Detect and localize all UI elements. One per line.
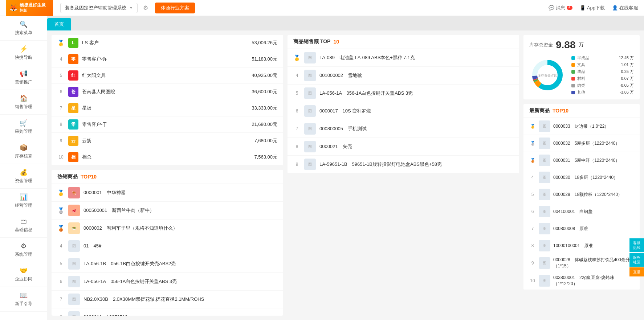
prod-name-6: 0000021 夹壳 (319, 143, 513, 150)
hot-products-header: 热销商品 TOP10 (52, 170, 283, 184)
sidebar-item-search[interactable]: 🔍 搜索菜单 (0, 16, 47, 41)
sidebar-label-cooperation: 企业协同 (15, 276, 32, 282)
col-mid: 商品销售额 TOP 10 🥇 图 LA-089 电池盖 LA-089 ABS本色… (288, 35, 519, 316)
customer-name-2: 零售客户-许 (82, 56, 248, 62)
col-right: 库存总资金 9.88 万 (523, 35, 640, 316)
app-download-button[interactable]: 📱 App下载 (580, 5, 605, 11)
sidebar-item-finance[interactable]: 💰 资金管理 (0, 164, 47, 189)
svg-text:库存资金占比: 库存资金占比 (538, 74, 557, 77)
sidebar-item-inventory[interactable]: 📦 库存核算 (0, 139, 47, 164)
sidebar-item-basic-info[interactable]: 🗃 基础信息 (0, 213, 47, 238)
customer-rank-item-2: 4 零 零售客户-许 51,183.00元 (52, 51, 283, 67)
purchase-icon: 🛒 (20, 119, 28, 127)
cs-hotline-button[interactable]: 客服热线 (629, 238, 644, 252)
prod-num-2: 4 (293, 73, 301, 78)
new-rank-10: 10 (529, 278, 536, 283)
medal-1: 🥇 (57, 40, 65, 46)
cs-live-button[interactable]: 直播 (629, 267, 644, 276)
sales-icon: 🏠 (20, 94, 28, 102)
legend-val-4: 0.07 万 (621, 76, 634, 81)
legend-val-5: -0.05 万 (620, 83, 634, 88)
legend-dot-3 (571, 70, 575, 74)
new-prod-8: 8 图 10000100001 原准 (523, 237, 640, 254)
prod-img-5: 图 (304, 123, 316, 135)
legend-item-3: 成品 0.25 万 (571, 69, 634, 74)
sidebar-item-system[interactable]: ⚙ 系统管理 (0, 238, 47, 262)
tab-home[interactable]: 首页 (47, 18, 71, 30)
quicknav-icon: ⚡ (20, 45, 28, 53)
sidebar-item-quicknav[interactable]: ⚡ 快捷导航 (0, 41, 47, 65)
legend-val-3: 0.25 万 (621, 69, 634, 74)
legend-item-2: 文具 1.01 万 (571, 62, 634, 67)
hot-product-1: 🥇 🍖 0000001 中华神器 (52, 184, 283, 202)
hot-product-img-5: 图 (68, 258, 80, 270)
sidebar-label-search: 搜索菜单 (15, 30, 32, 36)
new-prod-img-8: 图 (539, 240, 550, 251)
legend-label-4: 材料 (577, 76, 619, 81)
system-selector[interactable]: 装备及固定资产辅助管理系统 ▼ (60, 3, 138, 13)
phone-icon: 📱 (580, 5, 586, 11)
new-prod-img-3: 图 (539, 155, 550, 166)
hot-medal-3: 🥉 (57, 225, 65, 232)
new-prod-name-2: 0000032 5厘多层（1220*2440） (553, 140, 634, 147)
new-products-title: 最新商品 (529, 107, 550, 114)
logo-main: 畅捷通好生意 (20, 3, 46, 8)
operations-icon: 📊 (20, 193, 28, 201)
new-prod-name-6: 004100001 白钢垫 (553, 209, 634, 215)
customer-rank-item-6: 8 零 零售客户-于 21,680.00元 (52, 116, 283, 133)
customer-rank-item-5: 7 星 星扬 33,333.00元 (52, 100, 283, 116)
rank-num-4: 6 (57, 89, 65, 94)
new-prod-name-5: 0000029 18颗粒板（1220*2440） (553, 192, 634, 198)
prod-rank-1: 🥇 图 LA-089 电池盖 LA-089 ABS本色+黑种 7.1克 (288, 49, 519, 67)
new-rank-2: 🥈 (529, 141, 536, 146)
new-products-header: 最新商品 TOP10 (523, 104, 640, 118)
trial-button[interactable]: 体验行业方案 (155, 3, 195, 13)
sidebar-item-cooperation[interactable]: 🤝 企业协同 (0, 262, 47, 287)
customer-avatar-8: 档 (68, 152, 78, 162)
hot-product-name-4: 01 45# (83, 243, 277, 249)
customer-name-4: 苍南县人民医院 (82, 89, 248, 95)
online-service-button[interactable]: 👤 在线客服 (612, 5, 638, 11)
prod-img-1: 图 (304, 52, 316, 63)
hot-product-img-1: 🍖 (68, 187, 80, 198)
legend-item-1: 半成品 12.45 万 (571, 55, 634, 61)
prod-rank-6: 8 图 0000021 夹壳 (288, 138, 519, 156)
sidebar-label-purchase: 采购管理 (15, 128, 32, 135)
marketing-icon: 📢 (20, 70, 28, 78)
new-products-card: 最新商品 TOP10 🥇 图 0000033 封边带（1.0*22） 🥈 (523, 104, 640, 290)
hot-rank-8: 8 (57, 315, 65, 316)
new-prod-img-9: 图 (539, 257, 550, 269)
product-sales-card: 商品销售额 TOP 10 🥇 图 LA-089 电池盖 LA-089 ABS本色… (288, 35, 519, 173)
new-prod-2: 🥈 图 0000032 5厘多层（1220*2440） (523, 135, 640, 152)
new-prod-name-7: 000800008 原准 (553, 226, 634, 232)
gear-button[interactable]: ⚙ (140, 3, 151, 13)
online-service-label: 在线客服 (619, 5, 638, 11)
logo-icon: 🦊 (9, 4, 17, 12)
sidebar-item-sales[interactable]: 🏠 销售管理 (0, 90, 47, 115)
new-rank-8: 8 (529, 243, 536, 248)
customer-name-5: 星扬 (82, 105, 248, 111)
hot-rank-5: 5 (57, 261, 65, 266)
customer-value-5: 33,333.00元 (252, 105, 277, 111)
message-button[interactable]: 💬 消息 6 (549, 5, 572, 11)
sidebar-item-marketing[interactable]: 📢 营销推广 (0, 65, 47, 90)
sidebar-item-guide[interactable]: 📖 新手引导 (0, 287, 47, 312)
sidebar-item-purchase[interactable]: 🛒 采购管理 (0, 115, 47, 139)
legend-val-6: -3.86 万 (620, 90, 634, 95)
legend-label-5: 肉类 (577, 83, 617, 88)
rank-num-8: 10 (57, 155, 65, 160)
customer-avatar-2: 零 (68, 54, 78, 64)
cs-community-button[interactable]: 服务社区 (629, 253, 644, 267)
new-prod-name-10: 003800001 22g鱼豆腐-烧烤味（1*12*20） (553, 275, 634, 287)
logo-sub: 标版 (20, 8, 46, 13)
sidebar-label-guide: 新手引导 (15, 301, 32, 307)
legend-label-6: 其他 (577, 90, 617, 95)
hot-product-img-6: 图 (68, 276, 80, 287)
hot-product-name-7: NB2.0X30B 2.0X30MM双搓花轴,搓花直径2.1MM/ROHS (83, 296, 277, 303)
hot-medal-1: 🥇 (57, 189, 65, 196)
new-prod-name-3: 0000031 5厘中纤（1220*2440） (553, 157, 634, 164)
sidebar-item-operations[interactable]: 📊 经营管理 (0, 189, 47, 213)
new-prod-img-10: 图 (539, 275, 550, 287)
cs-float: 客服热线 服务社区 直播 (629, 238, 644, 276)
hot-products-badge: TOP10 (81, 174, 97, 180)
